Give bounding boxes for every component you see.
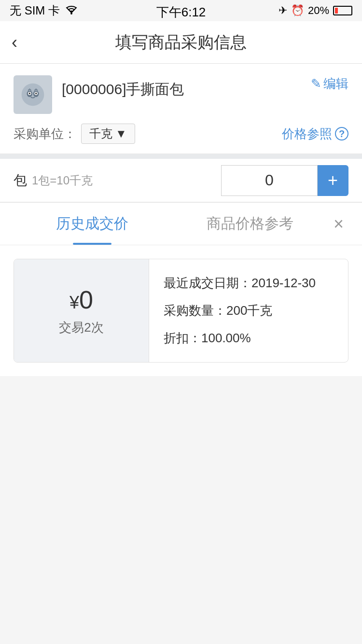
- tab-product-price-ref[interactable]: 商品价格参考: [171, 203, 328, 245]
- svg-point-1: [22, 84, 44, 106]
- transaction-card: ¥0 交易2次 最近成交日期：2019-12-30 采购数量：200千克 折扣：…: [14, 259, 348, 363]
- price-value: 0: [79, 286, 93, 314]
- status-left: 无 SIM 卡: [10, 3, 78, 18]
- wifi-icon: [65, 4, 78, 17]
- transaction-right: 最近成交日期：2019-12-30 采购数量：200千克 折扣：100.00%: [149, 259, 348, 362]
- edit-icon: ✎: [311, 76, 321, 91]
- purchase-qty-label: 采购数量：: [164, 303, 226, 318]
- quantity-unit-info: 包 1包=10千克: [14, 171, 93, 190]
- product-header: [0000006]手撕面包 ✎ 编辑: [14, 75, 348, 114]
- location-icon: ✈: [278, 4, 287, 17]
- price-ref-info-icon: ?: [335, 127, 348, 140]
- transaction-purchase-qty: 采购数量：200千克: [164, 301, 334, 320]
- price-ref-label: 价格参照: [282, 126, 332, 142]
- transaction-left: ¥0 交易2次: [14, 259, 149, 362]
- purchase-qty-value: 200千克: [226, 303, 272, 318]
- page-title: 填写商品采购信息: [115, 31, 247, 54]
- status-right: ✈ ⏰ 20%: [278, 4, 352, 17]
- price-ref-button[interactable]: 价格参照 ?: [282, 126, 348, 142]
- unit-value: 千克: [89, 126, 112, 141]
- tab-history-price[interactable]: 历史成交价: [14, 203, 171, 245]
- product-logo-icon: [21, 83, 45, 107]
- battery-percent: 20%: [308, 4, 329, 17]
- discount-label: 折扣：: [164, 331, 201, 345]
- chevron-down-icon: ▼: [115, 127, 127, 140]
- recent-date-value: 2019-12-30: [251, 276, 316, 290]
- alarm-icon: ⏰: [291, 4, 304, 17]
- product-thumbnail: [14, 75, 52, 114]
- back-button[interactable]: ‹: [12, 32, 17, 53]
- currency-symbol: ¥: [70, 293, 79, 312]
- discount-value: 100.00%: [201, 331, 251, 345]
- svg-point-0: [70, 13, 72, 14]
- product-name: [0000006]手撕面包: [62, 79, 184, 99]
- edit-label: 编辑: [323, 75, 348, 92]
- status-time: 下午6:12: [156, 4, 206, 21]
- battery-icon: [333, 6, 352, 15]
- product-left: [0000006]手撕面包: [14, 75, 184, 114]
- nav-bar: ‹ 填写商品采购信息: [0, 21, 362, 64]
- unit-select[interactable]: 千克 ▼: [81, 124, 135, 144]
- product-section: [0000006]手撕面包 ✎ 编辑 采购单位： 千克 ▼ 价格参照 ?: [0, 64, 362, 154]
- quantity-unit-badge: 包: [14, 171, 27, 190]
- edit-button[interactable]: ✎ 编辑: [311, 75, 348, 92]
- unit-label: 采购单位： 千克 ▼: [14, 124, 135, 144]
- transaction-count: 交易2次: [59, 319, 103, 336]
- panel-section: 历史成交价 商品价格参考 × ¥0 交易2次 最近成交日期：2019-12-30…: [0, 202, 362, 376]
- quantity-plus-button[interactable]: +: [318, 165, 348, 196]
- panel-tabs: 历史成交价 商品价格参考 ×: [0, 203, 362, 245]
- svg-point-6: [29, 93, 30, 94]
- recent-date-label: 最近成交日期：: [164, 276, 251, 290]
- product-unit-row: 采购单位： 千克 ▼ 价格参照 ?: [14, 124, 348, 144]
- panel-close-button[interactable]: ×: [329, 214, 348, 234]
- transaction-recent-date: 最近成交日期：2019-12-30: [164, 274, 334, 293]
- quantity-input[interactable]: [221, 165, 318, 196]
- panel-content: ¥0 交易2次 最近成交日期：2019-12-30 采购数量：200千克 折扣：…: [0, 245, 362, 376]
- carrier-text: 无 SIM 卡: [10, 3, 60, 18]
- quantity-section: 包 1包=10千克 +: [0, 159, 362, 202]
- section-divider: [0, 154, 362, 159]
- transaction-price: ¥0: [70, 285, 93, 314]
- quantity-controls: +: [221, 165, 348, 196]
- transaction-discount: 折扣：100.00%: [164, 329, 334, 348]
- svg-point-7: [35, 93, 37, 94]
- status-bar: 无 SIM 卡 下午6:12 ✈ ⏰ 20%: [0, 0, 362, 21]
- quantity-conversion: 1包=10千克: [32, 173, 93, 188]
